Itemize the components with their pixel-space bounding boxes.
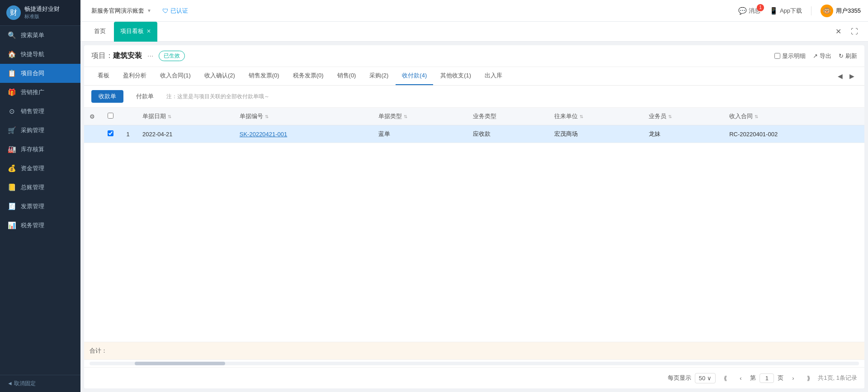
sub2tab-receipts[interactable]: 收款单: [91, 90, 123, 103]
col-date[interactable]: 单据日期 ⇅: [137, 108, 234, 125]
sidebar-item-label-invoice: 发票管理: [21, 202, 44, 210]
sidebar-item-tax[interactable]: 📊 税务管理: [0, 216, 80, 235]
page-last-button[interactable]: ⟫: [802, 372, 814, 384]
cell-number[interactable]: SK-20220421-001: [234, 125, 373, 143]
sort-icon-income-contract: ⇅: [755, 114, 758, 119]
subtab-other-income[interactable]: 其他收支(1): [434, 67, 477, 85]
user-menu[interactable]: 🐵 用户3355: [821, 5, 861, 17]
sub2tab-payments-label: 付款单: [136, 93, 154, 100]
sidebar-item-label-marketing: 营销推广: [21, 88, 44, 96]
export-label: 导出: [820, 52, 831, 60]
subtab-profit-label: 盈利分析: [123, 72, 146, 79]
page-prev-button[interactable]: ‹: [735, 372, 746, 384]
app-download-button[interactable]: 📱 App下载: [769, 7, 802, 15]
tab-home[interactable]: 首页: [88, 22, 112, 42]
sidebar-item-shortcut[interactable]: 🏠 快捷导航: [0, 45, 80, 64]
table-row[interactable]: 1 2022-04-21 SK-20220421-001 蓝单 应收款: [84, 125, 864, 143]
col-number[interactable]: 单据编号 ⇅: [234, 108, 373, 125]
row-number-link[interactable]: SK-20220421-001: [240, 131, 288, 138]
topbar-left: 新服务官网演示账套 ▼ 🛡 已认证: [88, 5, 738, 17]
sidebar-item-marketing[interactable]: 🎁 营销推广: [0, 83, 80, 102]
row-checkbox[interactable]: [108, 130, 113, 136]
messages-button[interactable]: 💬 消息 1: [738, 7, 760, 15]
invoice-icon: 🧾: [7, 202, 16, 211]
inventory-icon: 🏭: [7, 145, 16, 154]
col-checkbox[interactable]: [102, 108, 119, 125]
page-unit-label: 页: [778, 374, 783, 382]
project-title: 项目：建筑安装: [91, 51, 142, 61]
show-detail-checkbox-input[interactable]: [774, 53, 780, 59]
subtab-tax-invoice[interactable]: 税务发票(0): [287, 67, 330, 85]
page-next-button[interactable]: ›: [787, 372, 799, 384]
sidebar-item-inventory[interactable]: 🏭 库存核算: [0, 140, 80, 159]
sidebar-item-finance[interactable]: 💰 资金管理: [0, 159, 80, 178]
tab-close-icon[interactable]: ✕: [146, 28, 151, 34]
total-row: 合计：: [84, 342, 864, 359]
row-date: 2022-04-21: [142, 131, 173, 138]
account-name: 新服务官网演示账套: [91, 7, 144, 15]
subtab-sales[interactable]: 销售(0): [331, 67, 363, 85]
subtab-board[interactable]: 看板: [91, 67, 116, 85]
sidebar-item-purchase[interactable]: 🛒 采购管理: [0, 121, 80, 140]
sidebar-item-search[interactable]: 🔍 搜索菜单: [0, 26, 80, 45]
sidebar-item-contract[interactable]: 📋 项目合同: [0, 64, 80, 83]
phone-icon: 📱: [769, 7, 778, 15]
page-current-input[interactable]: 1: [760, 373, 774, 383]
subtabs-prev-button[interactable]: ◀: [835, 71, 845, 81]
home-icon: 🏠: [7, 50, 16, 59]
subtab-receipts[interactable]: 收付款(4): [396, 67, 433, 85]
horizontal-scrollbar[interactable]: [90, 362, 859, 365]
subtab-sales-invoice[interactable]: 销售发票(0): [242, 67, 286, 85]
page-current-value: 1: [765, 375, 769, 382]
tab-project-board[interactable]: 项目看板 ✕: [114, 22, 157, 42]
cell-salesperson: 龙妹: [643, 125, 724, 143]
col-salesperson[interactable]: 业务员 ⇅: [643, 108, 724, 125]
finance-icon: 💰: [7, 164, 16, 173]
subtab-in-out[interactable]: 出入库: [478, 67, 509, 85]
sidebar-item-label-ledger: 总账管理: [21, 183, 44, 191]
fullscreen-button[interactable]: ⛶: [848, 25, 861, 38]
close-window-button[interactable]: ✕: [832, 25, 844, 38]
sub2tab-payments[interactable]: 付款单: [129, 90, 161, 103]
scrollbar-thumb[interactable]: [135, 362, 225, 365]
select-all-checkbox[interactable]: [108, 113, 113, 119]
sort-icon-number: ⇅: [265, 114, 269, 119]
subtab-income-confirm[interactable]: 收入确认(2): [198, 67, 241, 85]
col-partner[interactable]: 往来单位 ⇅: [549, 108, 643, 125]
page-first-button[interactable]: ⟪: [719, 372, 731, 384]
export-button[interactable]: ↗ 导出: [813, 52, 831, 60]
cell-checkbox[interactable]: [102, 125, 119, 143]
app-download-label: App下载: [780, 7, 802, 15]
page-size-select[interactable]: 50 ∨: [695, 373, 716, 383]
sales-icon: ⊙: [7, 107, 16, 116]
ledger-icon: 📒: [7, 183, 16, 192]
sidebar-unpin-button[interactable]: ◄ 取消固定: [0, 375, 80, 392]
row-income-contract: RC-20220401-002: [729, 131, 778, 138]
contract-icon: 📋: [7, 69, 16, 78]
subtab-purchase[interactable]: 采购(2): [363, 67, 395, 85]
app-name-block: 畅捷通好业财 标准版: [24, 5, 60, 20]
account-selector[interactable]: 新服务官网演示账套 ▼: [88, 5, 155, 17]
sidebar-item-sales[interactable]: ⊙ 销售管理: [0, 102, 80, 121]
col-income-contract-label: 收入合同: [729, 112, 753, 120]
project-more-button[interactable]: ···: [147, 52, 153, 60]
page-total-info: 共1页, 1条记录: [818, 374, 857, 382]
subtab-income-contract[interactable]: 收入合同(1): [154, 67, 197, 85]
col-income-contract[interactable]: 收入合同 ⇅: [724, 108, 864, 125]
col-settings[interactable]: ⚙: [84, 108, 102, 125]
col-type[interactable]: 单据类型 ⇅: [373, 108, 467, 125]
row-biz-type: 应收款: [473, 130, 491, 137]
page-size-value: 50: [699, 375, 705, 382]
user-avatar: 🐵: [821, 5, 833, 17]
refresh-icon: ↻: [839, 53, 844, 59]
sidebar-item-invoice[interactable]: 🧾 发票管理: [0, 197, 80, 216]
col-index: [119, 108, 137, 125]
sidebar-item-label-tax: 税务管理: [21, 221, 44, 229]
refresh-button[interactable]: ↻ 刷新: [839, 52, 857, 60]
sort-icon-partner: ⇅: [580, 114, 583, 119]
subtab-income-confirm-label: 收入确认(2): [204, 72, 235, 79]
sidebar-item-ledger[interactable]: 📒 总账管理: [0, 178, 80, 197]
subtab-profit[interactable]: 盈利分析: [117, 67, 153, 85]
show-detail-checkbox[interactable]: 显示明细: [774, 52, 806, 60]
subtabs-next-button[interactable]: ▶: [846, 71, 857, 81]
